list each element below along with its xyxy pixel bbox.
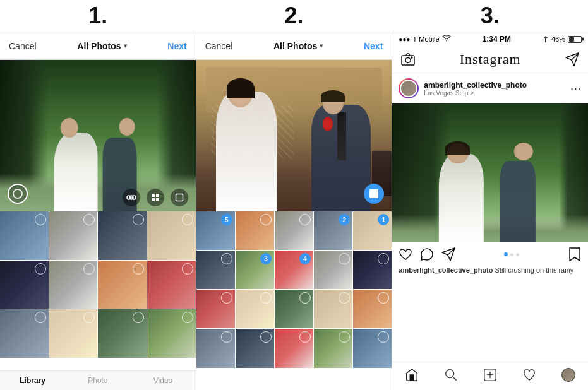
screen1-bottom-nav: Library Photo Video	[0, 370, 196, 390]
svg-rect-2	[152, 198, 155, 201]
screen2-cancel-button[interactable]: Cancel	[205, 41, 233, 51]
send-icon[interactable]	[565, 52, 579, 66]
thumb-badge: 5	[221, 214, 232, 225]
thumb-cell[interactable]: 5	[196, 211, 235, 250]
dot-active	[504, 252, 508, 256]
thumb-row-2	[0, 261, 196, 309]
signal-arrow-icon	[543, 35, 549, 43]
nav-add-icon[interactable]	[483, 367, 498, 382]
thumb-cell[interactable]	[49, 211, 98, 260]
post-pagination-dots	[504, 252, 519, 256]
signal-dots: ●●●	[399, 36, 410, 43]
thumb-cell[interactable]: 4	[275, 251, 313, 289]
caption-text: Still crushing on this rainy	[495, 266, 574, 274]
post-username[interactable]: amberlight_collective_photo	[424, 81, 527, 90]
thumb-cell[interactable]	[275, 329, 313, 367]
screen-2: Cancel All Photos ▾ Next	[196, 32, 393, 390]
thumb-cell[interactable]	[314, 251, 352, 289]
instagram-logo: Instagram	[460, 51, 521, 68]
status-time: 1:34 PM	[483, 35, 511, 44]
svg-rect-1	[156, 194, 159, 197]
post-caption: amberlight_collective_photo Still crushi…	[392, 266, 588, 278]
thumb-cell[interactable]	[353, 251, 392, 289]
status-left: ●●● T-Mobile	[399, 35, 450, 43]
screen1-next-button[interactable]: Next	[167, 41, 186, 51]
thumb-cell[interactable]	[98, 261, 147, 309]
thumb-cell[interactable]: 2	[314, 211, 352, 250]
screen1-title-text: All Photos	[77, 41, 121, 51]
thumb-cell[interactable]	[196, 251, 235, 289]
post-user-info: amberlight_collective_photo Las Vegas St…	[399, 78, 527, 98]
screen2-thumb-grid: 5 2 1	[196, 211, 392, 390]
thumb-cell[interactable]: 3	[236, 251, 274, 289]
thumb-cell[interactable]	[314, 290, 352, 328]
wifi-icon	[442, 35, 451, 43]
thumb-cell[interactable]	[98, 211, 147, 260]
nav-photo[interactable]: Photo	[65, 371, 130, 390]
avatar[interactable]	[399, 78, 419, 98]
thumb-cell[interactable]	[196, 329, 235, 367]
thumb-cell[interactable]	[147, 211, 196, 260]
svg-rect-4	[176, 194, 183, 201]
grid-icon[interactable]	[147, 189, 164, 206]
thumb-cell[interactable]	[147, 309, 196, 358]
thumb-cell[interactable]	[49, 261, 98, 309]
camera-icon[interactable]	[401, 52, 415, 66]
thumb-cell[interactable]	[236, 290, 274, 328]
thumb-cell[interactable]	[314, 329, 352, 367]
location-text: Las Vegas Strip >	[424, 90, 474, 97]
nav-profile-icon[interactable]	[561, 367, 576, 382]
screen1-cancel-button[interactable]: Cancel	[9, 41, 37, 51]
like-button[interactable]	[399, 247, 412, 261]
bookmark-button[interactable]	[568, 247, 582, 261]
select-inner-square	[369, 189, 378, 198]
thumb-cell[interactable]	[275, 290, 313, 328]
comment-button[interactable]	[420, 247, 434, 261]
nav-home-icon[interactable]	[404, 367, 419, 382]
post-more-button[interactable]: ···	[570, 82, 582, 95]
screen2-title-text: All Photos	[273, 41, 317, 51]
svg-point-7	[411, 57, 412, 58]
profile-thumbnail	[561, 368, 575, 382]
thumb-cell[interactable]	[353, 329, 392, 367]
screen2-title: All Photos ▾	[273, 41, 323, 51]
post-image	[392, 103, 588, 242]
thumb-cell[interactable]	[196, 290, 235, 328]
thumb-cell[interactable]	[0, 261, 49, 309]
thumb-cell[interactable]: 1	[353, 211, 392, 250]
thumb-row-4	[196, 329, 392, 367]
screen2-chevron-icon: ▾	[320, 42, 323, 49]
step-label-2: 2.	[196, 0, 392, 32]
thumb-cell[interactable]	[147, 261, 196, 309]
svg-rect-3	[156, 198, 159, 201]
thumb-cell[interactable]	[0, 211, 49, 260]
thumb-cell[interactable]	[49, 309, 98, 358]
instagram-bottom-nav	[392, 362, 588, 390]
share-button[interactable]	[441, 247, 455, 261]
thumb-cell[interactable]	[353, 290, 392, 328]
caption-username: amberlight_collective_photo	[399, 266, 493, 274]
thumb-row-3	[196, 290, 392, 328]
screen2-next-button[interactable]: Next	[364, 41, 383, 51]
crop-icon[interactable]	[171, 189, 188, 206]
thumb-cell[interactable]	[236, 329, 274, 367]
carrier-name: T-Mobile	[412, 35, 439, 43]
thumb-cell[interactable]	[98, 309, 147, 358]
screen1-chevron-icon: ▾	[124, 42, 127, 49]
infinity-icon[interactable]	[123, 189, 140, 206]
thumb-cell[interactable]	[0, 309, 49, 358]
thumb-cell[interactable]	[236, 211, 274, 250]
screen1-header: Cancel All Photos ▾ Next	[0, 32, 196, 60]
thumb-cell[interactable]	[275, 211, 313, 250]
post-location[interactable]: Las Vegas Strip >	[424, 90, 527, 97]
toolbar-icons	[123, 189, 188, 206]
nav-library[interactable]: Library	[0, 371, 65, 390]
screen1-main-photo	[0, 60, 196, 211]
thumb-badge: 3	[260, 253, 272, 264]
dot-2	[516, 253, 519, 256]
thumb-row-1: 5 2 1	[196, 211, 392, 250]
nav-activity-icon[interactable]	[522, 367, 537, 382]
nav-search-icon[interactable]	[443, 367, 459, 382]
screen2-main-photo	[196, 60, 392, 211]
nav-video[interactable]: Video	[130, 371, 195, 390]
